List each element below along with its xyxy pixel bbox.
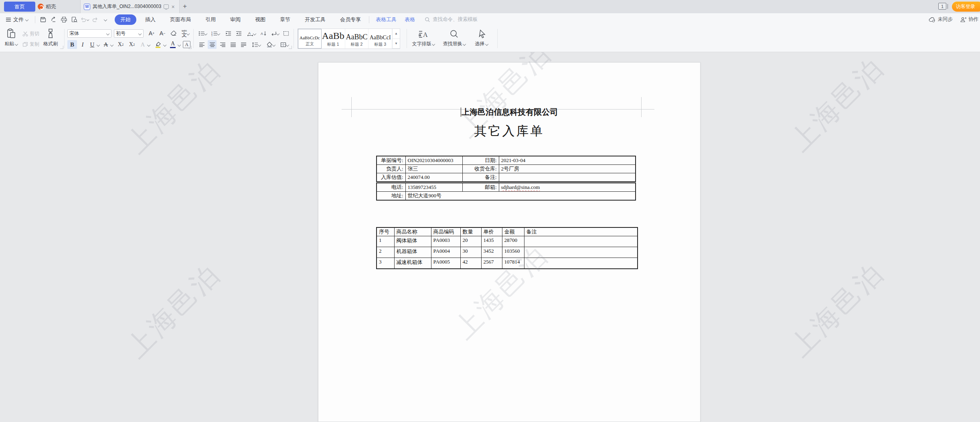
character-scale-button[interactable]: A	[245, 29, 257, 38]
format-painter-button[interactable]: 格式刷	[42, 28, 59, 47]
decrease-font-button[interactable]: A−	[158, 29, 167, 38]
strikethrough-button[interactable]: A	[102, 40, 110, 49]
items-cell[interactable]: PA0004	[431, 247, 460, 258]
info-value-cell[interactable]	[499, 173, 636, 182]
gallery-scroll-up-icon[interactable]: ▲	[393, 29, 400, 39]
copy-button[interactable]: 复制	[22, 41, 39, 48]
align-left-button[interactable]	[197, 40, 206, 49]
items-table[interactable]: 序号商品名称商品编码数量单价金额备注1阀体箱体PA000320143528700…	[376, 227, 638, 269]
decrease-indent-button[interactable]	[224, 29, 233, 38]
document-canvas[interactable]: 上海邑泊信息科技有限公司 其它入库单 单据编号:OIN2021030400000…	[0, 52, 980, 422]
company-name-line[interactable]: 上海邑泊信息科技有限公司	[318, 107, 700, 118]
info-label-cell[interactable]: 入库估值:	[377, 173, 405, 182]
items-cell[interactable]: 28700	[502, 236, 524, 247]
justify-button[interactable]	[229, 40, 237, 49]
style-item-2[interactable]: AaBbC标题 2	[345, 29, 369, 49]
items-cell[interactable]: 3	[377, 258, 394, 269]
info-label-cell[interactable]: 备注:	[462, 173, 499, 182]
info-value-cell[interactable]: sdjhard@sina.com	[499, 183, 636, 192]
paste-button[interactable]: 粘贴	[2, 28, 20, 47]
menu-tab-1[interactable]: 插入	[140, 14, 161, 25]
subscript-button[interactable]: X2	[127, 40, 137, 49]
menu-tab-8[interactable]: 会员专享	[334, 14, 366, 25]
items-header-cell[interactable]: 单价	[481, 227, 502, 236]
line-spacing-button[interactable]	[250, 40, 262, 49]
italic-button[interactable]: I	[79, 40, 87, 49]
info-label-cell[interactable]: 电话:	[377, 183, 405, 192]
undo-button[interactable]	[79, 15, 90, 24]
items-cell[interactable]: 1435	[481, 236, 502, 247]
visitor-login-button[interactable]: 访客登录	[952, 2, 980, 12]
items-cell[interactable]: 2	[377, 247, 394, 258]
multi-window-icon[interactable]	[164, 4, 169, 9]
items-cell[interactable]: 机器箱体	[394, 247, 431, 258]
menu-tab-4[interactable]: 审阅	[225, 14, 246, 25]
document-title[interactable]: 其它入库单	[318, 123, 700, 140]
items-cell[interactable]	[524, 247, 638, 258]
strikethrough-menu[interactable]	[110, 40, 114, 49]
menu-tab-0[interactable]: 开始	[115, 14, 136, 25]
info-label-cell[interactable]: 负责人:	[377, 165, 405, 173]
text-effects-button[interactable]: A	[139, 40, 147, 49]
pinyin-guide-button[interactable]: wén文	[180, 29, 192, 38]
style-item-3[interactable]: AaBbCcI标题 3	[369, 29, 392, 49]
info-value-cell[interactable]: 13589723455	[405, 183, 462, 192]
numbered-list-button[interactable]: 123	[210, 29, 221, 38]
info-label-cell[interactable]: 单据编号:	[377, 156, 405, 165]
text-effects-menu[interactable]	[147, 40, 151, 49]
items-cell[interactable]: 2567	[481, 258, 502, 269]
bold-button[interactable]: B	[67, 40, 77, 49]
align-center-button[interactable]	[208, 40, 217, 49]
table-tab[interactable]: 表格	[401, 16, 419, 23]
items-cell[interactable]	[524, 236, 638, 247]
info-value-cell[interactable]: 2021-03-04	[499, 156, 636, 165]
print-button[interactable]	[59, 15, 69, 24]
bullet-list-button[interactable]	[197, 29, 209, 38]
items-cell[interactable]: 107814	[502, 258, 524, 269]
items-header-cell[interactable]: 序号	[377, 227, 394, 236]
table-tools-tab[interactable]: 表格工具	[372, 16, 401, 23]
style-item-0[interactable]: AaBbCcDc正文	[298, 29, 322, 49]
home-tab[interactable]: 首页	[4, 2, 35, 12]
collaborate-button[interactable]: 协作	[960, 16, 978, 23]
items-cell[interactable]: 42	[460, 258, 481, 269]
save-button[interactable]	[38, 15, 48, 24]
items-header-cell[interactable]: 数量	[460, 227, 481, 236]
docer-tab[interactable]: 稻壳	[34, 0, 59, 13]
info-value-cell[interactable]: 世纪大道900号	[405, 192, 636, 201]
info-label-cell[interactable]: 日期:	[462, 156, 499, 165]
sync-status[interactable]: 未同步	[929, 16, 953, 23]
info-value-cell[interactable]: OIN20210304000003	[405, 156, 462, 165]
new-tab-button[interactable]: +	[183, 2, 187, 10]
print-preview-button[interactable]	[69, 15, 79, 24]
items-header-cell[interactable]: 商品名称	[394, 227, 431, 236]
items-cell[interactable]: 103560	[502, 247, 524, 258]
shading-button[interactable]	[265, 40, 277, 49]
command-search[interactable]: 查找命令、搜索模板	[425, 16, 478, 23]
underline-button[interactable]: U	[88, 40, 96, 49]
items-cell[interactable]: PA0005	[431, 258, 460, 269]
window-list-icon[interactable]: 1	[938, 3, 946, 10]
order-info-table[interactable]: 单据编号:OIN20210304000003日期:2021-03-04负责人:张…	[376, 156, 636, 182]
increase-font-button[interactable]: A+	[147, 29, 156, 38]
redo-button[interactable]	[90, 15, 100, 24]
align-right-button[interactable]	[218, 40, 227, 49]
export-button[interactable]	[48, 15, 59, 24]
info-label-cell[interactable]: 邮箱:	[462, 183, 499, 192]
menu-tab-2[interactable]: 页面布局	[164, 14, 196, 25]
gallery-scroll-down-icon[interactable]: ▼	[393, 39, 400, 49]
menu-tab-3[interactable]: 引用	[200, 14, 221, 25]
items-cell[interactable]: 20	[460, 236, 481, 247]
select-button[interactable]: 选择	[472, 28, 492, 47]
clear-format-button[interactable]	[169, 29, 178, 38]
contact-info-table[interactable]: 电话:13589723455邮箱:sdjhard@sina.com地址:世纪大道…	[376, 183, 636, 201]
paragraph-layout-button[interactable]	[281, 29, 290, 38]
styles-gallery-scroll[interactable]: ▲▼	[392, 29, 400, 49]
info-label-cell[interactable]: 收货仓库:	[462, 165, 499, 173]
font-color-button[interactable]: A	[168, 40, 177, 49]
items-header-cell[interactable]: 备注	[524, 227, 638, 236]
increase-indent-button[interactable]	[234, 29, 243, 38]
cut-button[interactable]: 剪切	[22, 30, 39, 37]
menu-tab-5[interactable]: 视图	[249, 14, 271, 25]
style-item-1[interactable]: AaBb标题 1	[322, 29, 345, 49]
